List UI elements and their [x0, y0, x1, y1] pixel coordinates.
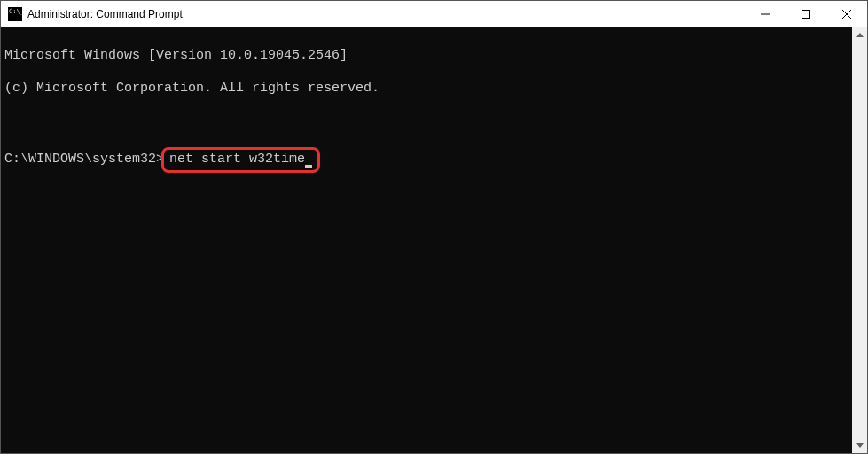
titlebar-left: Administrator: Command Prompt: [1, 7, 745, 21]
scroll-down-arrow[interactable]: [852, 438, 867, 453]
window-controls: [745, 1, 867, 27]
output-line: Microsoft Windows [Version 10.0.19045.25…: [4, 48, 848, 65]
terminal-area: Microsoft Windows [Version 10.0.19045.25…: [1, 27, 867, 453]
minimize-button[interactable]: [745, 1, 786, 27]
maximize-button[interactable]: [786, 1, 826, 27]
blank-line: [4, 114, 848, 131]
cursor: [305, 165, 312, 168]
titlebar[interactable]: Administrator: Command Prompt: [1, 1, 867, 27]
scroll-up-arrow[interactable]: [852, 27, 867, 43]
terminal[interactable]: Microsoft Windows [Version 10.0.19045.25…: [1, 27, 852, 453]
command-highlight: net start w32time: [161, 147, 320, 173]
cmd-icon: [8, 7, 22, 21]
command-prompt-window: Administrator: Command Prompt Microsoft …: [0, 0, 868, 454]
vertical-scrollbar[interactable]: [852, 27, 867, 453]
prompt: C:\WINDOWS\system32>: [4, 152, 164, 168]
svg-rect-1: [802, 10, 810, 18]
output-line: (c) Microsoft Corporation. All rights re…: [4, 81, 848, 98]
window-title: Administrator: Command Prompt: [27, 8, 183, 20]
command-text: net start w32time: [169, 152, 305, 167]
close-button[interactable]: [826, 1, 867, 27]
prompt-line: C:\WINDOWS\system32>net start w32time: [4, 147, 848, 173]
